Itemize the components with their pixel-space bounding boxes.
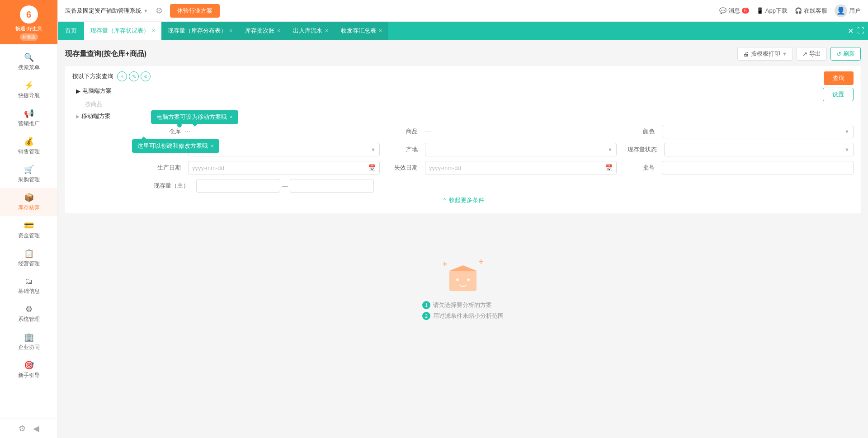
prod-date-placeholder: yyyy-mm-dd xyxy=(192,165,224,171)
sidebar-item-search[interactable]: 🔍 搜索菜单 xyxy=(0,48,57,76)
mobile-scheme-item[interactable]: ▶ 移动端方案 xyxy=(72,111,114,121)
tab-inventory-status[interactable]: 现存量（库存状况表） × xyxy=(84,22,161,40)
sidebar-item-basic[interactable]: 🗂 基础信息 xyxy=(0,272,57,300)
tab-delivery-summary-close[interactable]: × xyxy=(379,28,382,34)
sidebar: 6 畅通·好生意 标准版 🔍 搜索菜单 ⚡ 快捷导航 📢 营销推广 💰 销售管理… xyxy=(0,0,58,438)
brand-name: 畅通·好生意 xyxy=(15,25,42,32)
page-title: 现存量查询(按仓库+商品) xyxy=(65,49,146,59)
goods-label: 商品 xyxy=(391,127,418,136)
tab-fullscreen-icon[interactable]: ⛶ xyxy=(857,27,864,35)
reset-button[interactable]: 设置 xyxy=(823,88,854,101)
system-selector[interactable]: 装备及固定资产辅助管理系统 ▼ xyxy=(65,7,148,15)
origin-select[interactable]: ▼ xyxy=(425,143,617,156)
marketing-icon: 📢 xyxy=(24,108,34,118)
sidebar-item-marketing[interactable]: 📢 营销推广 xyxy=(0,104,57,132)
sub-scheme-list: 按商品 xyxy=(72,99,854,109)
online-support-button[interactable]: 🎧 在线客服 xyxy=(795,7,827,15)
collapse-label: 收起更多条件 xyxy=(449,196,484,204)
edit-scheme-button[interactable]: ✎ xyxy=(129,71,139,81)
filter-goods: 商品 ··· xyxy=(391,125,617,138)
tab-batch-account-close[interactable]: × xyxy=(277,28,280,34)
hint-text-1: 请先选择要分析的方案 xyxy=(433,301,492,309)
tooltip-2-close[interactable]: × xyxy=(211,143,214,149)
finance-icon: 💳 xyxy=(24,221,34,231)
sidebar-item-operations[interactable]: 📋 经营管理 xyxy=(0,244,57,272)
sub-scheme-goods[interactable]: 按商品 xyxy=(81,99,854,109)
tab-inventory-dist[interactable]: 现存量（库存分布表） × xyxy=(161,22,239,40)
topbar-settings-icon[interactable]: ⚙ xyxy=(156,6,163,16)
stock-main-label: 现存量（主） xyxy=(154,182,189,190)
industry-solution-button[interactable]: 体验行业方案 xyxy=(170,4,220,18)
stock-main-from[interactable] xyxy=(196,179,280,193)
tab-inventory-dist-label: 现存量（库存分布表） xyxy=(168,27,226,35)
app-download-label: App下载 xyxy=(765,7,788,15)
tab-delivery-summary[interactable]: 收发存汇总表 × xyxy=(335,22,388,40)
user-menu-button[interactable]: 👤 用户 xyxy=(835,5,861,17)
tab-home[interactable]: 首页 xyxy=(58,22,84,40)
sidebar-item-guide[interactable]: 🎯 新手引导 xyxy=(0,356,57,384)
topbar: 装备及固定资产辅助管理系统 ▼ ⚙ 体验行业方案 💬 消息 6 📱 App下载 … xyxy=(58,0,868,22)
mobile-arrow-icon: ▶ xyxy=(76,114,80,119)
tab-inventory-status-close[interactable]: × xyxy=(152,28,155,34)
back-button[interactable]: « xyxy=(141,71,151,81)
sidebar-item-sales[interactable]: 💰 销售管理 xyxy=(0,132,57,160)
add-scheme-button[interactable]: + xyxy=(117,71,127,81)
stock-status-label: 现存量状态 xyxy=(627,146,657,154)
guide-icon: 🎯 xyxy=(24,360,34,370)
sidebar-logo: 6 畅通·好生意 标准版 xyxy=(0,0,57,44)
empty-state: 1 请先选择要分析的方案 2 用过滤条件来缩小分析范围 xyxy=(65,219,861,356)
color-select[interactable]: ▼ xyxy=(662,125,854,138)
origin-label: 产地 xyxy=(391,146,418,154)
export-button[interactable]: ↗ 导出 xyxy=(797,47,827,61)
filter-row-2: 尺码 ▼ 产地 ▼ 现存量状态 xyxy=(154,143,854,156)
scheme-arrow-icon: ▶ xyxy=(76,88,80,94)
tooltip-1-close[interactable]: × xyxy=(230,114,233,120)
filter-origin: 产地 ▼ xyxy=(391,143,617,156)
desktop-scheme-label: 电脑端方案 xyxy=(82,87,112,95)
refresh-label: 刷新 xyxy=(843,50,855,58)
sidebar-item-label: 采购管理 xyxy=(18,176,40,184)
range-separator: — xyxy=(282,183,288,189)
tabbar: 首页 现存量（库存状况表） × 现存量（库存分布表） × 库存批次账 × 出入库… xyxy=(58,22,868,40)
batch-no-input[interactable] xyxy=(662,161,854,174)
tooltip-text-1: 电脑方案可设为移动方案哦 xyxy=(156,113,227,121)
tab-inout-flow-close[interactable]: × xyxy=(325,28,328,34)
refresh-button[interactable]: ↺ 刷新 xyxy=(830,47,861,61)
sidebar-item-enterprise[interactable]: 🏢 企业协同 xyxy=(0,328,57,356)
filter-header-buttons: + ✎ « xyxy=(117,71,151,81)
topbar-right: 💬 消息 6 📱 App下载 🎧 在线客服 👤 用户 xyxy=(719,5,861,17)
sidebar-item-label: 基础信息 xyxy=(18,287,40,295)
tab-inout-flow[interactable]: 出入库流水 × xyxy=(287,22,335,40)
guide-dot-1 xyxy=(177,123,182,127)
messages-icon: 💬 xyxy=(719,7,726,14)
tab-close-all-icon[interactable]: ✕ xyxy=(848,27,854,35)
sidebar-item-inventory[interactable]: 📦 库存核算 xyxy=(0,188,57,216)
tab-batch-account[interactable]: 库存批次账 × xyxy=(239,22,287,40)
template-print-button[interactable]: 🖨 按模板打印 ▼ xyxy=(737,47,793,61)
svg-point-3 xyxy=(467,278,470,281)
settings-icon[interactable]: ⚙ xyxy=(19,424,26,433)
print-icon: 🖨 xyxy=(743,51,749,57)
collapse-row[interactable]: ⌃ 收起更多条件 xyxy=(72,193,854,208)
system-name: 装备及固定资产辅助管理系统 xyxy=(65,7,142,15)
app-download-button[interactable]: 📱 App下载 xyxy=(756,7,788,15)
search-button[interactable]: 查询 xyxy=(824,71,854,85)
stock-main-to[interactable] xyxy=(290,179,374,193)
desktop-scheme-item[interactable]: ▶ 电脑端方案 xyxy=(72,86,115,96)
collapse-sidebar-icon[interactable]: ◀ xyxy=(33,424,39,433)
tab-delivery-summary-label: 收发存汇总表 xyxy=(341,27,376,35)
prod-date-input[interactable]: yyyy-mm-dd 📅 xyxy=(188,161,380,174)
warehouse-dots[interactable]: ··· xyxy=(184,127,190,136)
sidebar-item-system[interactable]: ⚙ 系统管理 xyxy=(0,300,57,328)
expiry-date-input[interactable]: yyyy-mm-dd 📅 xyxy=(425,161,617,174)
empty-illustration xyxy=(440,255,486,296)
tab-inventory-dist-close[interactable]: × xyxy=(229,28,232,34)
sidebar-item-finance[interactable]: 💳 资金管理 xyxy=(0,216,57,244)
messages-button[interactable]: 💬 消息 6 xyxy=(719,7,749,15)
sidebar-item-quick-nav[interactable]: ⚡ 快捷导航 xyxy=(0,76,57,104)
sidebar-nav: 🔍 搜索菜单 ⚡ 快捷导航 📢 营销推广 💰 销售管理 🛒 采购管理 📦 库存核… xyxy=(0,44,57,419)
sidebar-item-purchase[interactable]: 🛒 采购管理 xyxy=(0,160,57,188)
stock-status-select[interactable]: ▼ xyxy=(664,143,854,156)
empty-hints: 1 请先选择要分析的方案 2 用过滤条件来缩小分析范围 xyxy=(422,301,504,320)
goods-dots[interactable]: ··· xyxy=(425,127,431,136)
